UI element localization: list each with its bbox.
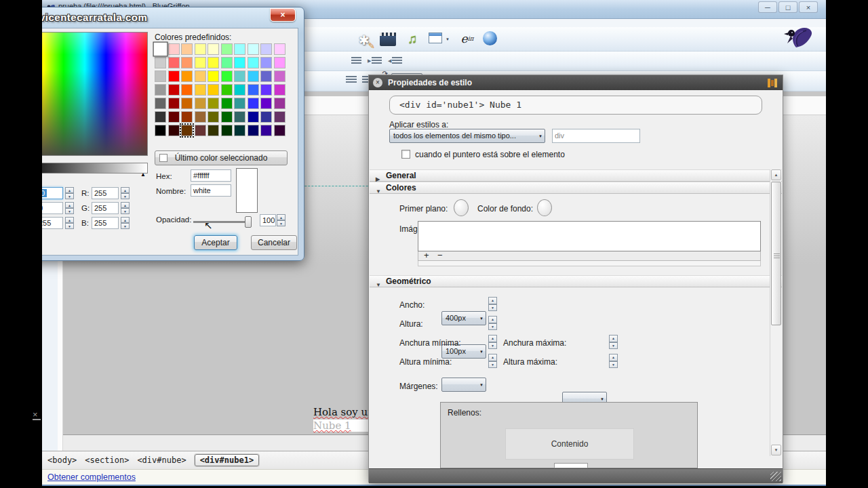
palette-swatch[interactable] bbox=[274, 57, 285, 68]
palette-swatch[interactable] bbox=[274, 125, 285, 136]
palette-swatch[interactable] bbox=[274, 111, 285, 123]
close-button[interactable]: × bbox=[799, 1, 818, 13]
palette-swatch[interactable] bbox=[260, 70, 272, 82]
cancel-button[interactable]: Cancelar bbox=[251, 235, 297, 250]
palette-swatch[interactable] bbox=[168, 57, 180, 68]
palette-swatch[interactable] bbox=[181, 43, 193, 55]
palette-swatch[interactable] bbox=[234, 70, 245, 82]
palette-swatch[interactable] bbox=[260, 57, 272, 68]
min-height-spinner[interactable] bbox=[488, 354, 497, 368]
palette-swatch[interactable] bbox=[168, 70, 180, 82]
palette-swatch[interactable] bbox=[168, 98, 180, 109]
b-spinner[interactable] bbox=[65, 217, 74, 229]
g-spinner[interactable] bbox=[121, 202, 130, 214]
globe-icon[interactable] bbox=[483, 31, 497, 45]
palette-swatch[interactable] bbox=[208, 125, 219, 136]
palette-swatch[interactable] bbox=[221, 98, 233, 109]
palette-swatch[interactable] bbox=[195, 57, 206, 68]
hex-field[interactable]: #ffffff bbox=[191, 169, 231, 182]
breadcrumb-item[interactable]: <div#nube1> bbox=[195, 454, 259, 466]
math-icon[interactable]: eiπ bbox=[457, 30, 477, 47]
palette-swatch[interactable] bbox=[155, 84, 166, 96]
breadcrumb-item[interactable]: <section> bbox=[85, 455, 129, 465]
palette-swatch[interactable] bbox=[221, 125, 233, 136]
palette-swatch[interactable] bbox=[168, 111, 180, 123]
palette-swatch[interactable] bbox=[260, 125, 272, 136]
palette-swatch[interactable] bbox=[234, 98, 245, 109]
hover-checkbox[interactable] bbox=[401, 150, 410, 159]
hover-checkbox-label[interactable]: cuando el puntero está sobre el elemento bbox=[415, 150, 565, 159]
opacity-field[interactable]: 100 bbox=[260, 214, 276, 226]
palette-swatch[interactable] bbox=[274, 43, 285, 55]
outdent-icon[interactable]: ◀ bbox=[392, 57, 402, 65]
breadcrumb-item[interactable]: <body> bbox=[47, 455, 77, 465]
palette-swatch[interactable] bbox=[181, 98, 193, 109]
opacity-slider-track[interactable] bbox=[193, 221, 248, 223]
palette-swatch[interactable] bbox=[155, 70, 166, 82]
palette-swatch[interactable] bbox=[195, 43, 206, 55]
name-field[interactable]: white bbox=[191, 184, 231, 197]
palette-swatch[interactable] bbox=[274, 70, 285, 82]
accept-button[interactable]: Aceptar bbox=[194, 235, 237, 250]
max-height-spinner[interactable] bbox=[609, 354, 618, 368]
palette-swatch[interactable] bbox=[208, 70, 219, 82]
palette-swatch[interactable] bbox=[195, 84, 206, 96]
palette-swatch[interactable] bbox=[168, 125, 180, 136]
minimize-button[interactable]: ─ bbox=[758, 1, 777, 13]
s-spinner[interactable] bbox=[65, 202, 74, 214]
scrollbar-thumb[interactable] bbox=[771, 182, 781, 325]
min-width-spinner[interactable] bbox=[488, 335, 497, 349]
palette-swatch[interactable] bbox=[195, 111, 206, 123]
palette-swatch[interactable] bbox=[181, 57, 193, 68]
palette-swatch[interactable] bbox=[181, 111, 193, 123]
palette-swatch[interactable] bbox=[168, 43, 180, 55]
palette-swatch[interactable] bbox=[155, 57, 166, 68]
palette-swatch[interactable] bbox=[208, 111, 219, 123]
palette-swatch[interactable] bbox=[234, 57, 245, 68]
palette-swatch[interactable] bbox=[195, 70, 206, 82]
new-document-icon[interactable]: ✱ ✎ bbox=[355, 31, 373, 49]
palette-swatch[interactable] bbox=[153, 41, 167, 56]
scroll-down-icon[interactable]: ▼ bbox=[771, 445, 781, 455]
palette-swatch[interactable] bbox=[208, 43, 219, 55]
images-listbox[interactable] bbox=[418, 221, 761, 251]
section-geometry[interactable]: Geométrico bbox=[370, 275, 782, 287]
palette-swatch[interactable] bbox=[234, 84, 245, 96]
r-spinner[interactable] bbox=[121, 187, 130, 199]
palette-swatch[interactable] bbox=[221, 57, 233, 68]
panel-scrollbar[interactable]: ▲ ▼ bbox=[770, 169, 781, 456]
get-addons-link[interactable]: Obtener complementos bbox=[47, 472, 136, 482]
video-icon[interactable] bbox=[380, 33, 396, 46]
palette-swatch[interactable] bbox=[181, 125, 193, 136]
palette-swatch[interactable] bbox=[248, 98, 259, 109]
b2-spinner[interactable] bbox=[121, 217, 130, 229]
breadcrumb-item[interactable]: <div#nube> bbox=[137, 455, 186, 465]
palette-swatch[interactable] bbox=[248, 111, 259, 123]
opacity-slider-handle[interactable] bbox=[245, 216, 252, 228]
section-colors[interactable]: Colores bbox=[370, 182, 782, 194]
palette-swatch[interactable] bbox=[248, 43, 259, 55]
min-width-combo[interactable] bbox=[441, 378, 486, 392]
g-field[interactable]: 255 bbox=[92, 202, 119, 214]
palette-swatch[interactable] bbox=[181, 84, 193, 96]
palette-swatch[interactable] bbox=[155, 98, 166, 109]
palette-swatch[interactable] bbox=[221, 43, 233, 55]
palette-swatch[interactable] bbox=[260, 111, 272, 123]
palette-swatch[interactable] bbox=[234, 43, 245, 55]
width-combo[interactable]: 400px bbox=[441, 311, 486, 325]
palette-swatch[interactable] bbox=[234, 111, 245, 123]
palette-swatch[interactable] bbox=[221, 70, 233, 82]
palette-swatch[interactable] bbox=[195, 98, 206, 109]
resize-grip-icon[interactable] bbox=[770, 472, 781, 481]
h-spinner[interactable] bbox=[65, 187, 74, 199]
palette-swatch[interactable] bbox=[260, 43, 272, 55]
panel-close-icon[interactable]: × bbox=[373, 78, 382, 87]
palette-swatch[interactable] bbox=[208, 98, 219, 109]
palette-swatch[interactable] bbox=[274, 98, 285, 109]
palette-swatch[interactable] bbox=[274, 84, 285, 96]
palette-swatch[interactable] bbox=[234, 125, 245, 136]
palette-swatch[interactable] bbox=[248, 125, 259, 136]
opacity-spinner[interactable] bbox=[277, 214, 285, 226]
add-image-button[interactable]: + bbox=[424, 251, 429, 260]
strikethrough-icon[interactable] bbox=[346, 76, 357, 83]
